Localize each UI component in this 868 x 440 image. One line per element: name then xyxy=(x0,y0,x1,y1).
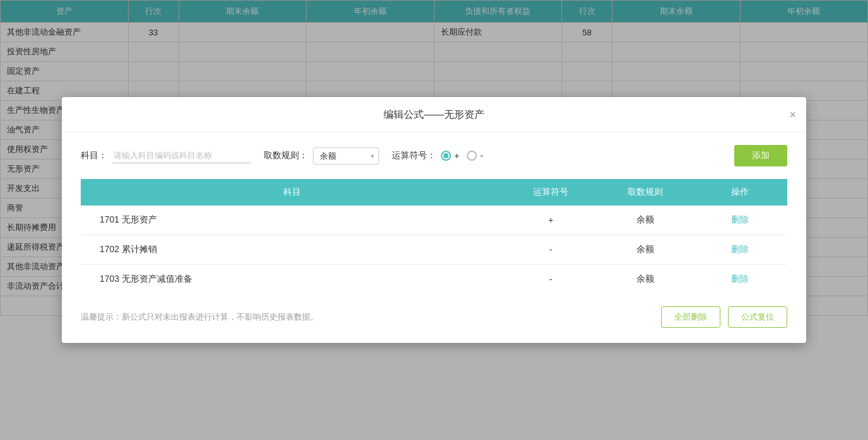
inner-col-action: 操作 xyxy=(693,179,787,206)
inner-col-rule: 取数规则 xyxy=(598,179,693,206)
inner-operator-cell: - xyxy=(503,265,598,294)
inner-table-wrapper: 科目 运算符号 取数规则 操作 1701 无形资产 + 余额 删除 1702 累… xyxy=(81,179,787,294)
inner-action-cell: 删除 xyxy=(693,235,787,265)
modal-dialog: 编辑公式——无形资产 × 科目： 取数规则： 余额 借方 贷方 借方发生额 贷方… xyxy=(62,97,806,343)
warning-text: 温馨提示：新公式只对未出报表进行计算，不影响历史报表数据。 xyxy=(81,311,319,323)
modal-overlay: 编辑公式——无形资产 × 科目： 取数规则： 余额 借方 贷方 借方发生额 贷方… xyxy=(0,0,868,440)
inner-subject-cell: 1701 无形资产 xyxy=(81,206,503,235)
inner-rule-cell: 余额 xyxy=(598,265,693,294)
delete-link[interactable]: 删除 xyxy=(731,214,749,224)
modal-close-button[interactable]: × xyxy=(789,109,796,120)
delete-link[interactable]: 删除 xyxy=(731,274,749,284)
inner-action-cell: 删除 xyxy=(693,265,787,294)
modal-footer: 温馨提示：新公式只对未出报表进行计算，不影响历史报表数据。 全部删除 公式复位 xyxy=(62,294,806,328)
inner-table-row: 1703 无形资产减值准备 - 余额 删除 xyxy=(81,265,787,294)
operator-group: 运算符号： + - xyxy=(392,150,483,161)
form-row: 科目： 取数规则： 余额 借方 贷方 借方发生额 贷方发生额 ▾ 运算 xyxy=(62,132,806,179)
inner-table-row: 1701 无形资产 + 余额 删除 xyxy=(81,206,787,235)
inner-action-cell: 删除 xyxy=(693,206,787,235)
delete-all-button[interactable]: 全部删除 xyxy=(661,306,720,328)
inner-col-operator: 运算符号 xyxy=(503,179,598,206)
rule-select[interactable]: 余额 借方 贷方 借方发生额 贷方发生额 xyxy=(313,148,379,165)
radio-plus-label: + xyxy=(454,151,459,161)
rule-select-wrapper[interactable]: 余额 借方 贷方 借方发生额 贷方发生额 ▾ xyxy=(313,148,379,165)
radio-minus[interactable]: - xyxy=(467,151,483,161)
rule-group: 取数规则： 余额 借方 贷方 借方发生额 贷方发生额 ▾ xyxy=(264,148,379,165)
radio-plus-circle xyxy=(441,151,451,161)
modal-header: 编辑公式——无形资产 × xyxy=(62,97,806,132)
radio-minus-circle xyxy=(467,151,477,161)
inner-rule-cell: 余额 xyxy=(598,206,693,235)
inner-subject-cell: 1703 无形资产减值准备 xyxy=(81,265,503,294)
subject-input[interactable] xyxy=(112,148,251,163)
inner-col-subject: 科目 xyxy=(81,179,503,206)
footer-buttons: 全部删除 公式复位 xyxy=(661,306,787,328)
radio-minus-label: - xyxy=(480,151,483,161)
warning-content: 温馨提示：新公式只对未出报表进行计算，不影响历史报表数据。 xyxy=(81,312,319,321)
inner-rule-cell: 余额 xyxy=(598,235,693,265)
reset-formula-button[interactable]: 公式复位 xyxy=(728,306,787,328)
subject-group: 科目： xyxy=(81,148,251,163)
add-button[interactable]: 添加 xyxy=(734,145,787,166)
operator-label: 运算符号： xyxy=(392,150,436,161)
inner-subject-cell: 1702 累计摊销 xyxy=(81,235,503,265)
subject-label: 科目： xyxy=(81,150,107,161)
radio-group: + - xyxy=(441,151,483,161)
inner-operator-cell: + xyxy=(503,206,598,235)
inner-table: 科目 运算符号 取数规则 操作 1701 无形资产 + 余额 删除 1702 累… xyxy=(81,179,787,294)
modal-title: 编辑公式——无形资产 xyxy=(384,108,484,122)
delete-link[interactable]: 删除 xyxy=(731,244,749,254)
rule-label: 取数规则： xyxy=(264,150,308,161)
inner-table-row: 1702 累计摊销 - 余额 删除 xyxy=(81,235,787,265)
inner-operator-cell: - xyxy=(503,235,598,265)
radio-plus[interactable]: + xyxy=(441,151,459,161)
